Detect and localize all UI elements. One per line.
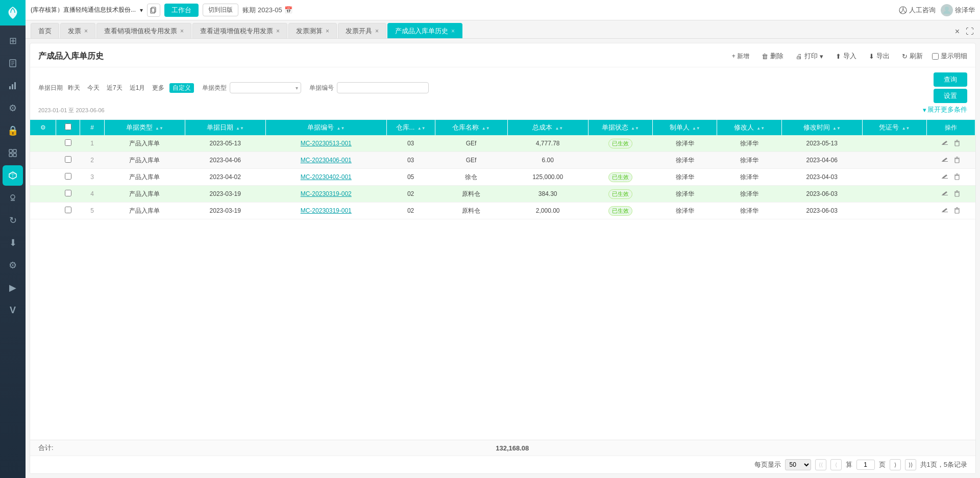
- row-code[interactable]: MC-20230513-001: [265, 135, 386, 152]
- filter-num-input[interactable]: [337, 82, 429, 93]
- filter-today[interactable]: 今天: [85, 83, 102, 93]
- row-checkbox[interactable]: [65, 207, 71, 213]
- sidebar-item-refresh[interactable]: ↻: [3, 210, 23, 231]
- tab-close-all-btn[interactable]: ×: [954, 26, 961, 37]
- filter-type-select[interactable]: 产品入库单: [230, 82, 301, 93]
- col-status-sort[interactable]: ▲▼: [631, 127, 639, 131]
- prev-page-btn[interactable]: ⟨: [830, 459, 842, 470]
- filter-7days[interactable]: 近7天: [105, 83, 125, 93]
- filter-more[interactable]: 更多: [150, 83, 166, 93]
- delete-btn[interactable]: 🗑 删除: [758, 49, 787, 63]
- col-type[interactable]: 单据类型 ▲▼: [104, 120, 185, 135]
- sidebar-item-s1[interactable]: ⚙: [3, 98, 23, 118]
- filter-custom[interactable]: 自定义: [169, 83, 194, 93]
- filter-yesterday[interactable]: 昨天: [66, 83, 82, 93]
- row-code[interactable]: MC-20230402-001: [265, 169, 386, 186]
- query-btn[interactable]: 查询: [934, 72, 967, 87]
- col-wh-code-sort[interactable]: ▲▼: [418, 127, 426, 131]
- per-page-select[interactable]: 50 100 200: [785, 459, 811, 470]
- col-cost[interactable]: 总成本 ▲▼: [507, 120, 588, 135]
- display-switch-checkbox[interactable]: [932, 53, 939, 60]
- sidebar-item-play[interactable]: ▶: [3, 278, 23, 298]
- sidebar-item-home[interactable]: ⊞: [3, 31, 23, 51]
- row-delete-icon[interactable]: [952, 138, 962, 148]
- col-modifier-sort[interactable]: ▲▼: [756, 127, 765, 131]
- sidebar-item-doc[interactable]: [3, 53, 23, 73]
- col-wh-code[interactable]: 仓库... ▲▼: [386, 120, 435, 135]
- row-edit-icon[interactable]: [940, 172, 950, 182]
- row-delete-icon[interactable]: [952, 206, 962, 216]
- sidebar-item-v[interactable]: V: [3, 300, 23, 320]
- period-calendar-icon[interactable]: 📅: [284, 6, 292, 14]
- col-checkbox[interactable]: [56, 120, 80, 135]
- filter-1month[interactable]: 近1月: [128, 83, 148, 93]
- col-wh-name[interactable]: 仓库名称 ▲▼: [435, 120, 507, 135]
- page-input[interactable]: [856, 460, 875, 470]
- col-modifier[interactable]: 修改人 ▲▼: [717, 120, 781, 135]
- row-code[interactable]: MC-20230319-001: [265, 203, 386, 219]
- col-date-sort[interactable]: ▲▼: [236, 127, 244, 131]
- row-code[interactable]: MC-20230406-001: [265, 152, 386, 169]
- import-btn[interactable]: ⬆ 导入: [832, 49, 860, 63]
- col-modify-time[interactable]: 修改时间 ▲▼: [781, 120, 862, 135]
- row-checkbox[interactable]: [65, 139, 71, 146]
- sidebar-item-chart[interactable]: [3, 76, 23, 96]
- col-cost-sort[interactable]: ▲▼: [555, 127, 563, 131]
- col-date[interactable]: 单据日期 ▲▼: [185, 120, 265, 135]
- col-settings[interactable]: ⚙: [30, 120, 56, 135]
- select-all-checkbox[interactable]: [65, 123, 71, 130]
- tab-calc[interactable]: 发票测算 ×: [288, 23, 337, 38]
- tab-invoice[interactable]: 发票 ×: [60, 23, 95, 38]
- next-page-btn[interactable]: ⟩: [890, 459, 901, 470]
- tab-open[interactable]: 发票开具 ×: [338, 23, 386, 38]
- workbench-btn[interactable]: 工作台: [164, 4, 199, 17]
- topbar-company-chevron[interactable]: ▾: [140, 7, 143, 14]
- sidebar-item-grid[interactable]: [3, 143, 23, 163]
- col-creator[interactable]: 制单人 ▲▼: [653, 120, 717, 135]
- tab-history[interactable]: 产成品入库单历史 ×: [387, 23, 462, 38]
- sidebar-item-lock[interactable]: 🔒: [3, 120, 23, 141]
- col-code-sort[interactable]: ▲▼: [336, 127, 345, 131]
- col-voucher-sort[interactable]: ▲▼: [902, 127, 910, 131]
- row-checkbox-cell[interactable]: [56, 186, 80, 203]
- tab-expand-btn[interactable]: ⛶: [965, 26, 975, 37]
- tab-history-close[interactable]: ×: [451, 28, 455, 34]
- first-page-btn[interactable]: ⟨⟨: [815, 459, 826, 470]
- col-modify-time-sort[interactable]: ▲▼: [832, 127, 841, 131]
- col-creator-sort[interactable]: ▲▼: [692, 127, 700, 131]
- new-btn[interactable]: + 新增: [729, 50, 752, 63]
- row-checkbox[interactable]: [65, 173, 71, 180]
- row-edit-icon[interactable]: [940, 189, 950, 199]
- row-delete-icon[interactable]: [952, 155, 962, 165]
- tab-sales-vat-close[interactable]: ×: [180, 28, 184, 34]
- set-btn[interactable]: 设置: [934, 89, 967, 103]
- sidebar-item-download[interactable]: ⬇: [3, 233, 23, 253]
- tab-home[interactable]: 首页: [31, 23, 59, 38]
- display-switch[interactable]: 显示明细: [932, 52, 967, 61]
- export-btn[interactable]: ⬇ 导出: [866, 49, 893, 63]
- sidebar-item-inventory[interactable]: [3, 165, 23, 186]
- row-edit-icon[interactable]: [940, 206, 950, 216]
- help-btn[interactable]: 人 人工咨询: [899, 6, 936, 15]
- switch-btn[interactable]: 切到旧版: [203, 4, 238, 16]
- col-type-sort[interactable]: ▲▼: [155, 127, 163, 131]
- last-page-btn[interactable]: ⟩⟩: [905, 459, 916, 470]
- row-edit-icon[interactable]: [940, 138, 950, 148]
- row-edit-icon[interactable]: [940, 155, 950, 165]
- row-checkbox-cell[interactable]: [56, 135, 80, 152]
- tab-purchase-vat[interactable]: 查看进项增值税专用发票 ×: [192, 23, 287, 38]
- row-checkbox-cell[interactable]: [56, 152, 80, 169]
- row-checkbox[interactable]: [65, 156, 71, 163]
- tab-calc-close[interactable]: ×: [326, 28, 329, 34]
- row-checkbox-cell[interactable]: [56, 169, 80, 186]
- row-code[interactable]: MC-20230319-002: [265, 186, 386, 203]
- row-delete-icon[interactable]: [952, 189, 962, 199]
- topbar-copy-btn[interactable]: [147, 4, 160, 17]
- tab-sales-vat[interactable]: 查看销项增值税专用发票 ×: [96, 23, 191, 38]
- tab-invoice-close[interactable]: ×: [84, 28, 88, 34]
- tab-open-close[interactable]: ×: [375, 28, 379, 34]
- col-voucher[interactable]: 凭证号 ▲▼: [862, 120, 926, 135]
- sidebar-item-cog[interactable]: ⚙: [3, 255, 23, 275]
- row-checkbox-cell[interactable]: [56, 203, 80, 219]
- sidebar-item-stamp[interactable]: [3, 188, 23, 208]
